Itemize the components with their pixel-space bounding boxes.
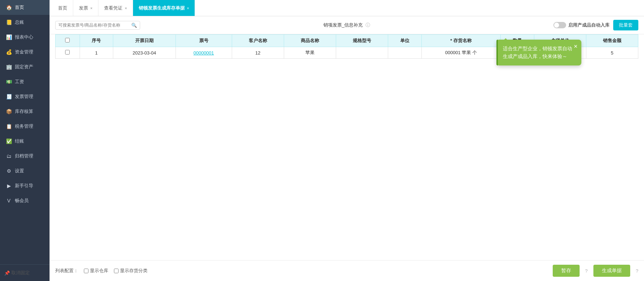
show-warehouse-option[interactable]: 显示仓库 [84,268,108,274]
cell-spec [336,47,388,59]
assets-icon: 🏢 [6,64,12,70]
col-seq: 序号 [80,35,113,47]
cell-number[interactable]: 00000001 [176,47,232,59]
search-input[interactable] [58,23,131,28]
sidebar-item-funds[interactable]: 💰 资金管理 [0,45,50,59]
ledger-icon: 📒 [6,19,12,25]
table-wrapper: 序号 开票日期 票号 客户名称 商品名称 规格型号 单位 * 存货名称 数量 含… [50,34,644,260]
close-invoice-tab[interactable]: × [90,6,92,10]
salary-icon: 💵 [6,79,12,85]
sidebar-item-settings[interactable]: ⚙ 设置 [0,164,50,178]
col-number: 票号 [176,35,232,47]
vip-icon: V [6,198,12,203]
toolbar: 🔍 销项发票_信息补充 ⓘ 启用产成品自动入库 ✕ 适合生产型企业 [50,16,644,34]
col-date: 开票日期 [113,35,176,47]
tooltip-popup: ✕ 适合生产型企业，销顿发票自动生成产成品入库，快来体验～ [496,40,581,65]
sidebar-item-invoice-mgmt[interactable]: 🧾 发票管理 [0,89,50,104]
col-amount: 销售金额 [586,35,638,47]
tab-invoice[interactable]: 发票 × [73,0,98,16]
row-checkbox[interactable] [65,50,70,55]
reports-icon: 📊 [6,34,12,40]
page-body: 🔍 销项发票_信息补充 ⓘ 启用产成品自动入库 ✕ 适合生产型企业 [50,16,644,281]
cell-inventory[interactable]: 000001 苹果 个 [421,47,500,59]
settings-icon: ⚙ [6,168,12,174]
cell-unit [388,47,422,59]
sidebar: 🏠 首页 📒 总账 📊 报表中心 💰 资金管理 🏢 固定资产 💵 工资 🧾 发票… [0,0,50,281]
sidebar-item-vip[interactable]: V 畅会员 [0,193,50,208]
col-inventory: * 存货名称 [421,35,500,47]
sidebar-item-archive[interactable]: 🗂 归档管理 [0,149,50,164]
show-category-checkbox[interactable] [114,269,119,273]
col-customer: 客户名称 [232,35,284,47]
tab-home[interactable]: 首页 [52,0,73,16]
cell-customer: 12 [232,47,284,59]
invoice-number-link[interactable]: 00000001 [194,50,214,56]
config-label: 列表配置： [55,268,78,274]
cell-date: 2023-03-04 [113,47,176,59]
pin-icon: 📌 [4,270,10,276]
toggle-switch: 启用产成品自动入库 ✕ 适合生产型企业，销顿发票自动生成产成品入库，快来体验～ [553,22,610,28]
bottom-bar: 列表配置： 显示仓库 显示存货分类 暂存 ? 生成单据 ? [50,260,644,281]
search-icon: 🔍 [131,23,137,28]
funds-icon: 💰 [6,49,12,55]
cell-product: 苹果 [284,47,336,59]
tooltip-close-button[interactable]: ✕ [574,42,578,50]
sidebar-item-ledger[interactable]: 📒 总账 [0,15,50,30]
generate-help-icon[interactable]: ? [636,268,638,274]
sidebar-item-closing[interactable]: ✅ 结账 [0,134,50,149]
sidebar-item-inventory[interactable]: 📦 库存核算 [0,104,50,119]
toggle-thumb [554,23,559,28]
save-button[interactable]: 暂存 [553,265,580,277]
inventory-icon: 📦 [6,109,12,114]
close-voucher-tab[interactable]: × [125,6,127,10]
sidebar-item-assets[interactable]: 🏢 固定资产 [0,59,50,74]
cell-amount: 5 [586,47,638,59]
toolbar-right: 启用产成品自动入库 ✕ 适合生产型企业，销顿发票自动生成产成品入库，快来体验～ … [553,20,638,30]
invoice-mgmt-icon: 🧾 [6,94,12,99]
auto-warehouse-toggle[interactable] [553,22,566,28]
sidebar-bottom: 📌 取消固定 [0,264,50,281]
toolbar-left: 🔍 [55,21,140,30]
col-checkbox[interactable] [56,35,80,47]
tab-bar: 首页 发票 × 查看凭证 × 销顿发票生成库存单据 × [50,0,644,16]
close-cancel-invoice-tab[interactable]: × [187,6,189,10]
toolbar-center: 销项发票_信息补充 ⓘ [323,22,370,28]
search-box[interactable]: 🔍 [55,21,140,30]
sidebar-item-salary[interactable]: 💵 工资 [0,74,50,89]
generate-button[interactable]: 生成单据 [593,265,630,277]
show-warehouse-checkbox[interactable] [84,269,88,273]
tab-cancel-invoice[interactable]: 销顿发票生成库存单据 × [133,0,195,16]
archive-icon: 🗂 [6,153,12,159]
home-icon: 🏠 [6,5,12,10]
select-all-checkbox[interactable] [65,38,70,42]
sidebar-item-guide[interactable]: ▶ 新手引导 [0,178,50,193]
sidebar-item-reports[interactable]: 📊 报表中心 [0,30,50,45]
col-spec: 规格型号 [336,35,388,47]
tab-voucher[interactable]: 查看凭证 × [98,0,133,16]
tax-icon: 📋 [6,124,12,129]
batch-button[interactable]: 批量套 [613,20,638,30]
sidebar-item-home[interactable]: 🏠 首页 [0,0,50,15]
info-icon[interactable]: ⓘ [366,22,370,28]
col-unit: 单位 [388,35,422,47]
closing-icon: ✅ [6,138,12,144]
cell-checkbox[interactable] [56,47,80,59]
main-content: 首页 发票 × 查看凭证 × 销顿发票生成库存单据 × 🔍 销项发票_信息补充 [50,0,644,281]
tooltip-bar [496,40,498,65]
col-product: 商品名称 [284,35,336,47]
cell-seq: 1 [80,47,113,59]
sidebar-item-tax[interactable]: 📋 税务管理 [0,119,50,134]
save-help-icon[interactable]: ? [585,268,588,274]
show-category-option[interactable]: 显示存货分类 [114,268,148,274]
cancel-pin-button[interactable]: 📌 取消固定 [0,268,50,278]
guide-icon: ▶ [6,183,12,189]
